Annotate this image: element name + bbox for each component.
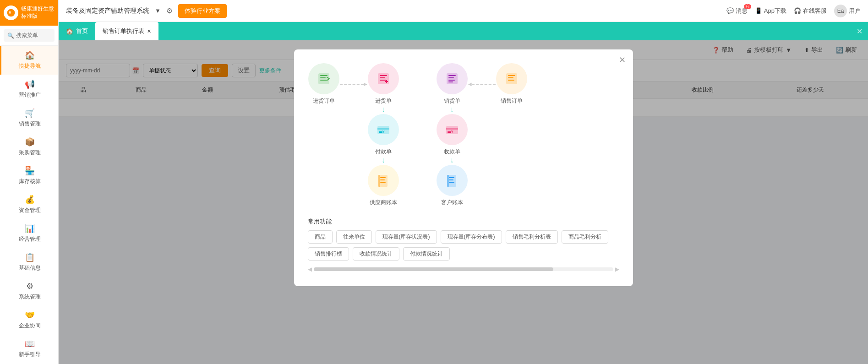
svg-rect-4 — [320, 77, 326, 78]
receipt-icon: ¥ — [437, 114, 468, 145]
tab-sales-order-exec[interactable]: 销售订单执行表 ✕ — [95, 22, 158, 40]
home-icon: 🏠 — [25, 50, 35, 60]
flow-customer-ledger[interactable]: 客户账本 — [437, 165, 468, 206]
flow-sale-order[interactable]: 销售订单 — [496, 63, 527, 105]
popup-scroll-controls: ◀ ▶ — [308, 266, 619, 272]
sidebar-item-quick-nav[interactable]: 🏠 快捷导航 — [0, 46, 58, 75]
svg-rect-36 — [447, 175, 449, 187]
message-badge: 6 — [744, 4, 751, 9]
inventory-icon: 🏪 — [25, 166, 35, 176]
func-btns-row1: 商品 往来单位 现存量(库存状况表) 现存量(库存分布表) 销售毛利分析表 商品… — [308, 230, 619, 244]
sidebar-item-sales[interactable]: 🛒 销售管理 — [0, 103, 58, 132]
finance-icon: 💰 — [25, 195, 35, 205]
svg-rect-16 — [508, 75, 515, 76]
common-functions: 常用功能 商品 往来单位 现存量(库存状况表) 现存量(库存分布表) 销售毛利分… — [308, 217, 619, 261]
svg-rect-35 — [449, 182, 454, 183]
svg-rect-21 — [379, 131, 382, 133]
svg-rect-17 — [508, 77, 513, 78]
scrollbar-track[interactable] — [314, 267, 613, 271]
search-menu-button[interactable]: 🔍 搜索菜单 — [4, 29, 55, 42]
tab-home[interactable]: 🏠 首页 — [59, 22, 95, 40]
svg-rect-10 — [447, 73, 458, 84]
online-service-button[interactable]: 🎧 在线客服 — [794, 7, 827, 15]
svg-rect-29 — [380, 179, 385, 180]
sidebar-item-basic-info[interactable]: 📋 基础信息 — [0, 248, 58, 277]
func-btn-product[interactable]: 商品 — [308, 230, 333, 244]
enterprise-icon: 🤝 — [25, 310, 35, 320]
func-btn-product-profit[interactable]: 商品毛利分析 — [562, 230, 608, 244]
service-icon: 🎧 — [794, 7, 801, 14]
func-btn-sales-profit[interactable]: 销售毛利分析表 — [506, 230, 558, 244]
svg-rect-30 — [380, 182, 386, 183]
func-btn-customer-unit[interactable]: 往来单位 — [336, 230, 372, 244]
logo: B 畅康通好生意 标准版 — [0, 0, 58, 26]
window-close-icon[interactable]: ✕ — [857, 27, 863, 36]
flow-purchase-order[interactable]: 进货订单 — [308, 63, 339, 105]
flow-sale-bill[interactable]: 销货单 — [437, 63, 468, 105]
func-btn-payment-stats[interactable]: 付款情况统计 — [403, 247, 450, 261]
svg-rect-8 — [380, 77, 385, 78]
flow-arrow-1: ▶ — [340, 81, 367, 87]
svg-rect-15 — [506, 73, 517, 84]
svg-text:¥: ¥ — [451, 130, 453, 134]
sidebar-item-finance[interactable]: 💰 资金管理 — [0, 190, 58, 219]
svg-text:¥: ¥ — [382, 130, 385, 134]
sidebar-item-purchase[interactable]: 📦 采购管理 — [0, 132, 58, 161]
svg-rect-13 — [448, 80, 455, 81]
func-btn-sales-ranking[interactable]: 销售排行榜 — [308, 247, 349, 261]
popup-dialog: ✕ 进货订单 ▶ — [294, 49, 633, 286]
sidebar-item-operation[interactable]: 📊 经营管理 — [0, 219, 58, 248]
flow-supplier-ledger[interactable]: 供应商账本 — [368, 165, 399, 206]
purchase-icon: 📦 — [25, 137, 35, 147]
scroll-left-icon[interactable]: ◀ — [308, 266, 312, 272]
func-btns-row2: 销售排行榜 收款情况统计 付款情况统计 — [308, 247, 619, 261]
sidebar-item-marketing[interactable]: 📢 营销推广 — [0, 75, 58, 103]
download-icon: 📱 — [755, 7, 762, 14]
scroll-right-icon[interactable]: ▶ — [615, 266, 619, 272]
user-menu[interactable]: Ea 用户 — [834, 5, 861, 17]
app-download-button[interactable]: 📱 App下载 — [755, 7, 786, 15]
svg-rect-12 — [448, 77, 454, 78]
popup-close-button[interactable]: ✕ — [619, 55, 626, 65]
svg-rect-33 — [449, 177, 454, 178]
svg-rect-2 — [318, 73, 329, 84]
sale-order-icon — [496, 63, 527, 94]
search-menu: 🔍 搜索菜单 — [0, 26, 58, 46]
flow-purchase-bill[interactable]: 进货单 — [368, 63, 399, 105]
svg-rect-28 — [380, 177, 386, 178]
logo-text: 畅康通好生意 标准版 — [21, 5, 54, 20]
header-right: 💬 消息 6 📱 App下载 🎧 在线客服 Ea 用户 — [726, 5, 861, 17]
svg-rect-7 — [380, 75, 387, 76]
experience-button[interactable]: 体验行业方案 — [178, 4, 227, 18]
svg-rect-6 — [378, 73, 389, 84]
flow-down-arrow-payment: ↓ — [382, 156, 385, 164]
func-btn-inventory-dist[interactable]: 现存量(库存分布表) — [441, 230, 502, 244]
system-dropdown[interactable]: ▼ — [155, 7, 161, 14]
purchase-order-icon — [308, 63, 339, 94]
user-avatar: Ea — [834, 5, 847, 17]
popup-overlay[interactable]: ✕ 进货订单 ▶ — [59, 40, 868, 364]
customer-ledger-icon — [437, 165, 468, 196]
tab-close-icon[interactable]: ✕ — [147, 28, 151, 34]
func-btn-receipt-stats[interactable]: 收款情况统计 — [353, 247, 399, 261]
content-area: ❓ 帮助 🖨 按模板打印 ▼ ⬆ 导出 🔄 刷新 — [59, 40, 868, 364]
flow-receipt[interactable]: ¥ 收款单 — [437, 114, 468, 156]
func-btn-inventory-status[interactable]: 现存量(库存状况表) — [376, 230, 437, 244]
basic-info-icon: 📋 — [25, 252, 35, 262]
logo-icon: B — [4, 5, 18, 20]
system-icon: ⚙ — [26, 281, 33, 291]
svg-rect-25 — [448, 131, 451, 133]
flow-payment[interactable]: ¥ 付款单 — [368, 114, 399, 156]
sidebar-item-system[interactable]: ⚙ 系统管理 — [0, 277, 58, 305]
sidebar-item-inventory[interactable]: 🏪 库存核算 — [0, 161, 58, 190]
settings-icon[interactable]: ⚙ — [166, 6, 173, 15]
sidebar-item-guide[interactable]: 📖 新手引导 — [0, 334, 58, 363]
sidebar-item-enterprise[interactable]: 🤝 企业协同 — [0, 305, 58, 334]
svg-rect-3 — [320, 75, 328, 76]
flow-down-arrow-receipt: ↓ — [450, 156, 454, 164]
message-button[interactable]: 💬 消息 6 — [726, 7, 748, 15]
scrollbar-thumb — [314, 267, 553, 271]
payment-icon: ¥ — [368, 114, 399, 145]
top-header: 装备及固定资产辅助管理系统 ▼ ⚙ 体验行业方案 💬 消息 6 📱 App下载 … — [59, 0, 868, 22]
sale-bill-icon — [437, 63, 468, 94]
